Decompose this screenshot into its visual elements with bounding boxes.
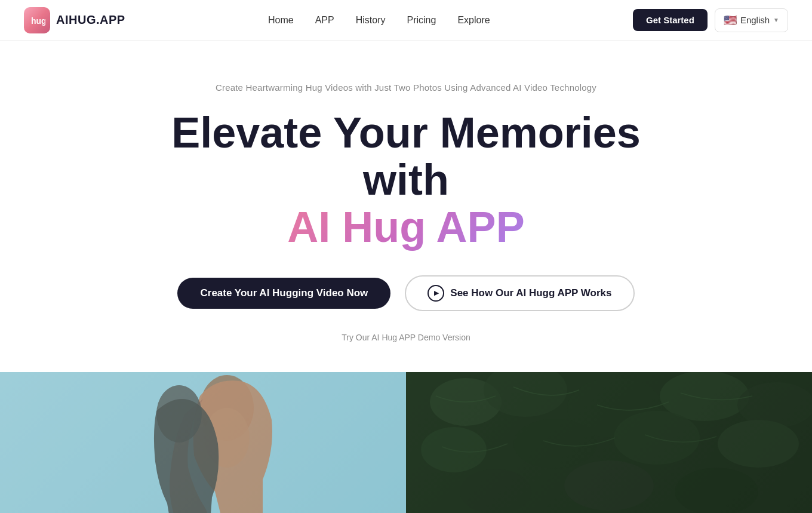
hero-buttons: Create Your AI Hugging Video Now ▶ See H… <box>177 275 634 311</box>
logo[interactable]: hug AIHUG.APP <box>24 7 125 33</box>
see-how-label: See How Our AI Hugg APP Works <box>450 287 611 299</box>
svg-point-14 <box>718 420 799 468</box>
image-panel-left <box>0 372 406 513</box>
nav-item-pricing[interactable]: Pricing <box>407 15 436 26</box>
logo-icon: hug <box>24 7 50 33</box>
header-actions: Get Started 🇺🇸 English ▼ <box>633 8 788 32</box>
hero-subtitle: Create Heartwarming Hug Videos with Just… <box>216 82 596 93</box>
get-started-button[interactable]: Get Started <box>633 9 708 31</box>
flag-icon: 🇺🇸 <box>724 14 737 27</box>
svg-point-16 <box>564 460 654 511</box>
svg-point-17 <box>675 468 758 513</box>
hero-section: Create Heartwarming Hug Videos with Just… <box>0 41 812 372</box>
hero-title-line2: AI Hug APP <box>287 204 524 251</box>
hero-title-line1: Elevate Your Memories with <box>171 109 641 204</box>
play-icon: ▶ <box>427 285 444 302</box>
logo-text: AIHUG.APP <box>56 13 125 27</box>
language-label: English <box>740 15 770 25</box>
nav-item-home[interactable]: Home <box>268 15 294 26</box>
svg-point-11 <box>421 427 487 472</box>
create-video-button[interactable]: Create Your AI Hugging Video Now <box>177 278 390 309</box>
hero-image-section <box>0 372 812 513</box>
svg-text:hug: hug <box>31 16 45 26</box>
demo-version-link[interactable]: Try Our AI Hug APP Demo Version <box>342 333 470 342</box>
see-how-it-works-button[interactable]: ▶ See How Our AI Hugg APP Works <box>405 275 634 311</box>
hero-title: Elevate Your Memories with AI Hug APP <box>137 109 675 251</box>
nav-item-history[interactable]: History <box>356 15 386 26</box>
language-selector[interactable]: 🇺🇸 English ▼ <box>715 8 788 32</box>
svg-point-13 <box>614 411 700 465</box>
nav-item-explore[interactable]: Explore <box>457 15 490 26</box>
image-panel-right <box>406 372 812 513</box>
main-nav: Home APP History Pricing Explore <box>268 15 490 26</box>
svg-point-15 <box>460 469 531 513</box>
chevron-down-icon: ▼ <box>773 17 779 23</box>
nav-item-app[interactable]: APP <box>315 15 334 26</box>
header: hug AIHUG.APP Home APP History Pricing E… <box>0 0 812 41</box>
